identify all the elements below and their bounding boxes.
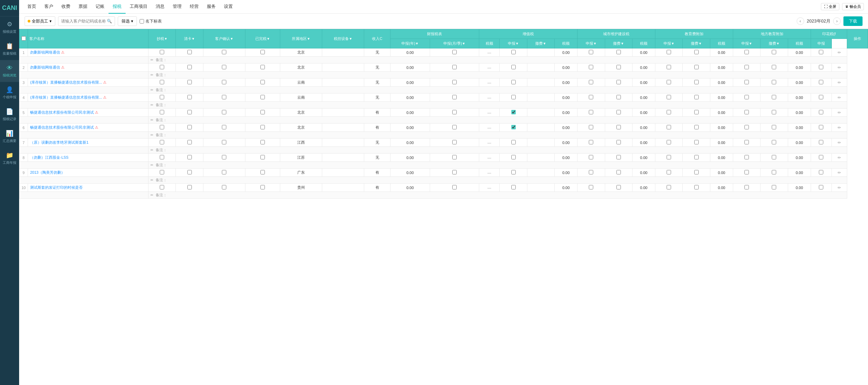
queren-checkbox[interactable] — [222, 125, 226, 129]
qingka-checkbox[interactable] — [187, 65, 192, 69]
df-chefei-checkbox[interactable] — [772, 155, 776, 159]
cs-checkbox[interactable] — [589, 65, 593, 69]
wanshuei-checkbox[interactable] — [260, 140, 265, 144]
customer-name[interactable]: （勿删）江西股金-LSS — [28, 154, 148, 162]
chaoshui-checkbox[interactable] — [160, 95, 164, 99]
customer-name[interactable]: 勿删新锐网络通信 ⚠ — [28, 48, 148, 57]
cs-chefei-checkbox[interactable] — [616, 95, 621, 99]
chaoshui-checkbox[interactable] — [160, 140, 164, 144]
jy-checkbox[interactable] — [667, 170, 671, 174]
employee-filter-select[interactable]: 全部员工 ▾ — [25, 16, 55, 26]
jy-chefei-checkbox[interactable] — [694, 140, 699, 144]
queren-checkbox[interactable] — [222, 95, 226, 99]
yh-checkbox[interactable] — [819, 185, 823, 189]
yh-checkbox[interactable] — [819, 95, 823, 99]
qingka-checkbox[interactable] — [187, 80, 192, 84]
filter-button[interactable]: 筛选 ▾ — [118, 16, 137, 26]
jy-checkbox[interactable] — [667, 65, 671, 69]
qingka-checkbox[interactable] — [187, 170, 192, 174]
chaoshui-checkbox[interactable] — [160, 50, 164, 54]
chaoshui-checkbox[interactable] — [160, 80, 164, 84]
customer-name[interactable]: 2013（陶美芳勿删） — [28, 169, 148, 177]
edit-icon[interactable]: ✏ — [838, 110, 841, 115]
chaoshui-checkbox[interactable] — [160, 155, 164, 159]
qingka-checkbox[interactable] — [187, 125, 192, 129]
search-icon[interactable]: 🔍 — [107, 19, 112, 24]
qingka-checkbox[interactable] — [187, 95, 192, 99]
jy-chefei-checkbox[interactable] — [694, 155, 699, 159]
wanshuei-checkbox[interactable] — [260, 125, 265, 129]
chaoshui-checkbox[interactable] — [160, 125, 164, 129]
cs-chefei-checkbox[interactable] — [616, 65, 621, 69]
caiwu-month-checkbox[interactable] — [452, 185, 457, 189]
customer-name[interactable]: （原）误删勿改李绝牙测试斯套新1 — [28, 139, 148, 147]
df-chefei-checkbox[interactable] — [772, 140, 776, 144]
cs-chefei-checkbox[interactable] — [616, 170, 621, 174]
jy-checkbox[interactable] — [667, 185, 671, 189]
wanshuei-checkbox[interactable] — [260, 65, 265, 69]
name-checkbox[interactable] — [140, 19, 144, 24]
cs-checkbox[interactable] — [589, 185, 593, 189]
zz-check[interactable] — [511, 125, 516, 129]
yh-checkbox[interactable] — [819, 125, 823, 129]
nav-jingying[interactable]: 经营 — [186, 0, 203, 14]
nav-piaoju[interactable]: 票据 — [74, 0, 91, 14]
qingka-checkbox[interactable] — [187, 50, 192, 54]
chaoshui-checkbox[interactable] — [160, 185, 164, 189]
sidebar-item-baoshui-lanya[interactable]: 👁 报税浏览 — [0, 60, 19, 82]
cs-chefei-checkbox[interactable] — [616, 110, 621, 114]
sidebar-item-baoshui-shezhi[interactable]: ⚙ 报税设置 — [0, 16, 19, 38]
qingka-checkbox[interactable] — [187, 110, 192, 114]
edit-icon[interactable]: ✏ — [838, 185, 841, 190]
yh-checkbox[interactable] — [819, 155, 823, 159]
yh-checkbox[interactable] — [819, 50, 823, 54]
df-checkbox[interactable] — [744, 185, 749, 189]
wanshuei-checkbox[interactable] — [260, 80, 265, 84]
queren-checkbox[interactable] — [222, 155, 226, 159]
zz-check[interactable] — [511, 80, 516, 84]
cs-checkbox[interactable] — [589, 110, 593, 114]
next-month-button[interactable]: › — [833, 17, 841, 25]
df-checkbox[interactable] — [744, 170, 749, 174]
jy-checkbox[interactable] — [667, 140, 671, 144]
edit-icon[interactable]: ✏ — [838, 155, 841, 160]
jy-chefei-checkbox[interactable] — [694, 125, 699, 129]
queren-checkbox[interactable] — [222, 170, 226, 174]
jy-checkbox[interactable] — [667, 155, 671, 159]
cs-chefei-checkbox[interactable] — [616, 80, 621, 84]
jy-chefei-checkbox[interactable] — [694, 50, 699, 54]
customer-name[interactable]: (库存核算）直播畅捷通信息技术股份有限... ⚠ — [28, 94, 148, 102]
caiwu-month-checkbox[interactable] — [452, 80, 457, 84]
df-chefei-checkbox[interactable] — [772, 170, 776, 174]
zz-check[interactable] — [511, 110, 516, 114]
nav-guanli[interactable]: 管理 — [169, 0, 186, 14]
edit-icon[interactable]: ✏ — [838, 80, 841, 85]
search-input[interactable] — [61, 19, 105, 24]
customer-name[interactable]: (库存核算）直播畅捷通信息技术股份有限... ⚠ — [28, 79, 148, 87]
cs-chefei-checkbox[interactable] — [616, 155, 621, 159]
nav-jizhang[interactable]: 记账 — [91, 0, 109, 14]
df-chefei-checkbox[interactable] — [772, 65, 776, 69]
caiwu-month-checkbox[interactable] — [452, 125, 457, 129]
jy-checkbox[interactable] — [667, 50, 671, 54]
queren-checkbox[interactable] — [222, 50, 226, 54]
nav-xiaosi[interactable]: 消息 — [152, 0, 169, 14]
qingka-checkbox[interactable] — [187, 185, 192, 189]
cs-checkbox[interactable] — [589, 170, 593, 174]
df-checkbox[interactable] — [744, 155, 749, 159]
jy-chefei-checkbox[interactable] — [694, 80, 699, 84]
yh-checkbox[interactable] — [819, 65, 823, 69]
chaoshui-checkbox[interactable] — [160, 170, 164, 174]
sidebar-item-baoshui-jilu[interactable]: 📄 报税记录 — [0, 104, 19, 126]
wanshuei-checkbox[interactable] — [260, 155, 265, 159]
cs-checkbox[interactable] — [589, 155, 593, 159]
yh-checkbox[interactable] — [819, 80, 823, 84]
df-checkbox[interactable] — [744, 95, 749, 99]
zz-check[interactable] — [511, 155, 516, 159]
download-button[interactable]: 下载 — [843, 16, 863, 26]
jy-chefei-checkbox[interactable] — [694, 170, 699, 174]
cs-checkbox[interactable] — [589, 50, 593, 54]
caiwu-month-checkbox[interactable] — [452, 50, 457, 54]
edit-icon[interactable]: ✏ — [838, 50, 841, 55]
caiwu-month-checkbox[interactable] — [452, 140, 457, 144]
